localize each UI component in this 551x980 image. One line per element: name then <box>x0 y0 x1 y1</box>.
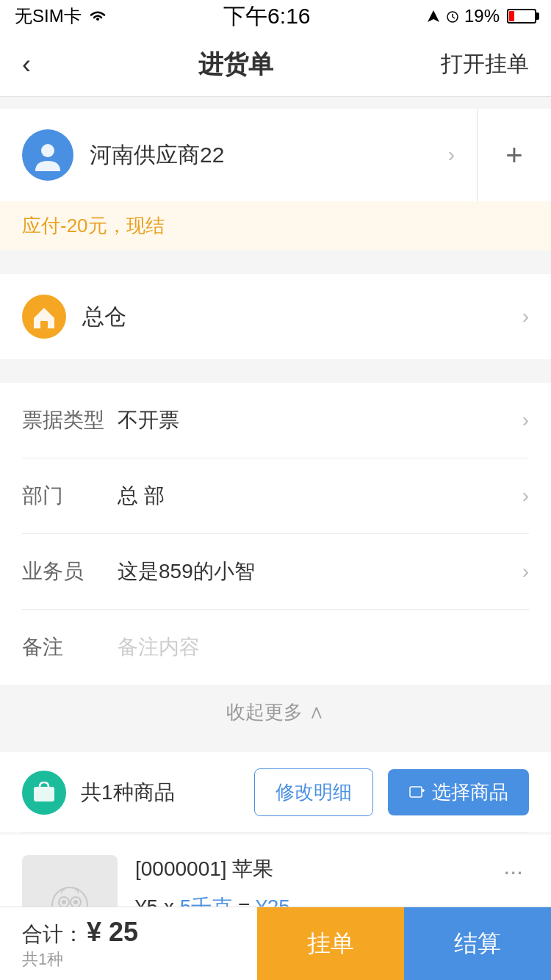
products-count: 共1种商品 <box>81 779 240 807</box>
department-value: 总 部 <box>110 482 522 510</box>
remark-row[interactable]: 备注 备注内容 <box>0 610 551 685</box>
salesman-label: 业务员 <box>22 558 110 586</box>
section-gap-4 <box>0 739 551 751</box>
nav-bar: ‹ 进货单 打开挂单 <box>0 32 551 97</box>
location-icon <box>426 9 441 24</box>
select-product-button[interactable]: 选择商品 <box>388 769 529 815</box>
form-section: 票据类型 不开票 › 部门 总 部 › 业务员 这是859的小智 › 备注 备注… <box>0 383 551 685</box>
remark-label: 备注 <box>22 633 110 661</box>
svg-marker-0 <box>428 10 439 22</box>
open-hang-button[interactable]: 打开挂单 <box>441 49 529 79</box>
status-bar: 无SIM卡 下午6:16 19% <box>0 0 551 32</box>
department-label: 部门 <box>22 482 110 510</box>
collapse-button[interactable]: 收起更多 ∧ <box>0 685 551 739</box>
total-label: 合计： <box>22 920 84 948</box>
salesman-chevron-icon: › <box>522 560 529 583</box>
notice-bar: 应付-20元，现结 <box>0 201 551 251</box>
total-amount: ¥ 25 <box>87 917 138 948</box>
invoice-label: 票据类型 <box>22 406 110 434</box>
invoice-chevron-icon: › <box>522 408 529 432</box>
warehouse-chevron-icon: › <box>522 305 529 328</box>
checkout-button[interactable]: 结算 <box>404 907 551 980</box>
select-product-icon <box>408 784 426 801</box>
status-time: 下午6:16 <box>223 1 310 32</box>
page-title: 进货单 <box>198 48 273 82</box>
section-gap-1 <box>0 97 551 109</box>
product-more-button[interactable]: ··· <box>497 855 529 888</box>
invoice-value: 不开票 <box>110 406 522 434</box>
section-gap-2 <box>0 251 551 262</box>
bottom-bar: 合计： ¥ 25 共1种 挂单 结算 <box>0 907 551 980</box>
section-gap-3 <box>0 359 551 371</box>
warehouse-icon <box>22 295 66 339</box>
salesman-value: 这是859的小智 <box>110 558 522 586</box>
status-right: 19% <box>426 6 536 26</box>
warehouse-row[interactable]: 总仓 › <box>0 274 551 359</box>
invoice-row[interactable]: 票据类型 不开票 › <box>0 383 551 458</box>
status-carrier: 无SIM卡 <box>15 4 108 28</box>
person-icon <box>32 139 64 171</box>
hang-button[interactable]: 挂单 <box>257 907 404 980</box>
supplier-section: 河南供应商22 › + <box>0 109 551 201</box>
svg-rect-7 <box>410 787 422 797</box>
department-chevron-icon: › <box>522 484 529 508</box>
svg-point-4 <box>41 144 54 157</box>
svg-rect-5 <box>40 321 48 328</box>
remark-input[interactable]: 备注内容 <box>110 633 529 661</box>
cart-icon <box>31 779 57 806</box>
home-icon <box>31 303 57 330</box>
battery-icon <box>507 9 536 24</box>
warehouse-section: 总仓 › <box>0 274 551 359</box>
add-supplier-button[interactable]: + <box>478 109 551 201</box>
salesman-row[interactable]: 业务员 这是859的小智 › <box>0 534 551 609</box>
supplier-chevron-icon: › <box>448 143 455 167</box>
products-icon <box>22 771 66 815</box>
svg-rect-6 <box>34 787 54 801</box>
products-header: 共1种商品 修改明细 选择商品 <box>0 752 551 832</box>
back-button[interactable]: ‹ <box>22 49 31 80</box>
warehouse-name: 总仓 <box>82 302 522 332</box>
total-section: 合计： ¥ 25 共1种 <box>0 907 257 980</box>
product-name: [0000001] 苹果 <box>135 855 480 883</box>
supplier-avatar <box>22 129 73 181</box>
supplier-name: 河南供应商22 <box>90 140 448 170</box>
svg-point-14 <box>73 900 78 904</box>
edit-detail-button[interactable]: 修改明细 <box>254 768 373 816</box>
divider-product <box>22 832 529 833</box>
wifi-icon <box>87 9 108 24</box>
department-row[interactable]: 部门 总 部 › <box>0 458 551 533</box>
alarm-icon <box>445 9 460 24</box>
supplier-row[interactable]: 河南供应商22 › <box>0 109 478 201</box>
svg-line-3 <box>453 17 455 18</box>
total-count: 共1种 <box>22 948 235 970</box>
svg-point-13 <box>62 900 66 904</box>
